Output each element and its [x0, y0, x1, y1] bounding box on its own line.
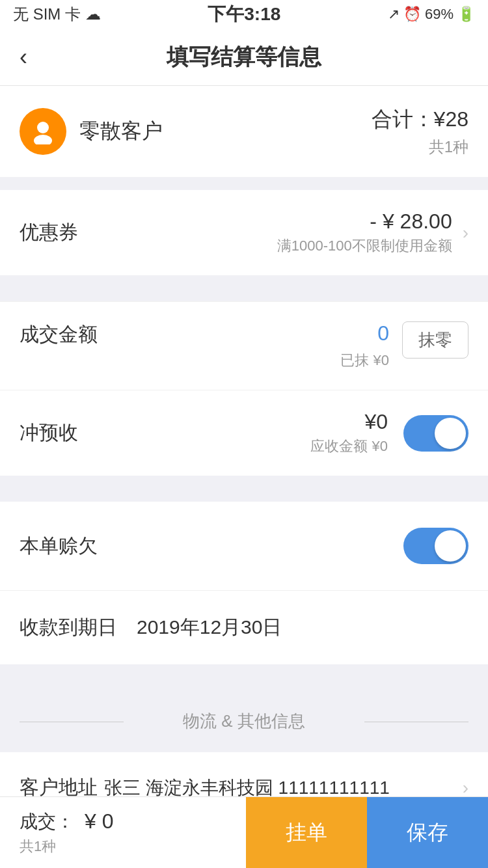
no-sim-text: 无 SIM 卡 ☁ — [13, 4, 101, 25]
avatar — [20, 108, 66, 155]
coupon-chevron-icon: › — [463, 223, 468, 243]
back-button[interactable]: ‹ — [20, 44, 27, 71]
total-count: 共1种 — [372, 137, 468, 157]
deal-amount-label: 成交金额 — [20, 321, 98, 348]
debt-section: 本单赊欠 收款到期日 2019年12月30日 — [0, 502, 488, 664]
logistics-section: 物流 & 其他信息 — [0, 690, 488, 752]
due-date-value: 2019年12月30日 — [137, 614, 282, 641]
coupon-value-right: - ¥ 28.00 满1000-100不限制使用金额 › — [277, 210, 468, 256]
coupon-section[interactable]: 优惠券 - ¥ 28.00 满1000-100不限制使用金额 › — [0, 190, 488, 275]
logistics-header: 物流 & 其他信息 — [0, 690, 488, 752]
deal-amount-row: 成交金额 0 已抹 ¥0 抹零 — [0, 301, 488, 390]
battery-text: 69% — [425, 6, 454, 23]
address-chevron-icon: › — [463, 778, 468, 798]
section-gap-1 — [0, 288, 488, 301]
nav-bar: ‹ 填写结算等信息 — [0, 29, 488, 86]
status-bar: 无 SIM 卡 ☁ 下午3:18 ↗ ⏰ 69% 🔋 — [0, 0, 488, 29]
coupon-description: 满1000-100不限制使用金额 — [277, 236, 452, 256]
coupon-value: - ¥ 28.00 满1000-100不限制使用金额 — [277, 210, 452, 256]
due-date-row[interactable]: 收款到期日 2019年12月30日 — [0, 590, 488, 664]
prepay-receivable: 应收金额 ¥0 — [310, 437, 388, 456]
customer-row: 零散客户 合计：¥28 共1种 — [0, 86, 488, 177]
due-date-label: 收款到期日 — [20, 614, 117, 641]
prepay-right: ¥0 应收金额 ¥0 — [310, 410, 468, 456]
nav-title: 填写结算等信息 — [167, 42, 321, 72]
svg-point-1 — [34, 135, 52, 144]
prepay-toggle[interactable] — [403, 415, 468, 452]
bottom-deal-amount: ¥ 0 — [85, 809, 113, 834]
bottom-deal-label: 成交： — [20, 809, 74, 834]
prepay-label: 冲预收 — [20, 420, 78, 446]
coupon-label: 优惠券 — [20, 219, 78, 246]
status-right: ↗ ⏰ 69% 🔋 — [388, 6, 475, 23]
deal-amount-value: 0 — [340, 321, 389, 346]
hang-button[interactable]: 挂单 — [246, 797, 367, 868]
prepay-row: 冲预收 ¥0 应收金额 ¥0 — [0, 390, 488, 476]
coupon-discount: - ¥ 28.00 — [277, 210, 452, 234]
save-button[interactable]: 保存 — [367, 797, 488, 868]
status-left: 无 SIM 卡 ☁ — [13, 4, 101, 25]
round-zero-button[interactable]: 抹零 — [402, 321, 468, 359]
customer-name: 零散客户 — [79, 117, 163, 146]
bottom-bar: 成交： ¥ 0 共1种 挂单 保存 — [0, 796, 488, 868]
avatar-icon — [30, 118, 56, 144]
prepay-amount-block: ¥0 应收金额 ¥0 — [310, 410, 388, 456]
deal-already-text: 已抹 ¥0 — [340, 351, 389, 370]
alarm-icon: ⏰ — [403, 6, 421, 23]
prepay-amount: ¥0 — [310, 410, 388, 434]
customer-total: 合计：¥28 共1种 — [372, 105, 468, 157]
section-gap-3 — [0, 677, 488, 690]
coupon-row[interactable]: 优惠券 - ¥ 28.00 满1000-100不限制使用金额 › — [0, 190, 488, 275]
location-icon: ↗ — [388, 6, 400, 23]
debt-row: 本单赊欠 — [0, 502, 488, 590]
toggle-knob — [435, 418, 466, 449]
deal-amount-block: 0 已抹 ¥0 — [340, 321, 389, 370]
bottom-deal-row: 成交： ¥ 0 — [20, 809, 246, 834]
status-time: 下午3:18 — [208, 2, 280, 27]
svg-point-0 — [37, 122, 49, 133]
debt-label: 本单赊欠 — [20, 533, 98, 560]
customer-left: 零散客户 — [20, 108, 163, 155]
deal-prepay-section: 成交金额 0 已抹 ¥0 抹零 冲预收 ¥0 应收金额 ¥0 — [0, 301, 488, 476]
battery-icon: 🔋 — [457, 6, 475, 23]
debt-toggle[interactable] — [403, 528, 468, 564]
total-amount: 合计：¥28 — [372, 105, 468, 134]
section-gap-2 — [0, 489, 488, 502]
logistics-title: 物流 & 其他信息 — [170, 710, 318, 733]
deal-right: 0 已抹 ¥0 抹零 — [340, 321, 468, 370]
bottom-count: 共1种 — [20, 837, 246, 856]
debt-toggle-knob — [435, 530, 466, 562]
bottom-info: 成交： ¥ 0 共1种 — [0, 797, 246, 868]
customer-section: 零散客户 合计：¥28 共1种 — [0, 86, 488, 177]
